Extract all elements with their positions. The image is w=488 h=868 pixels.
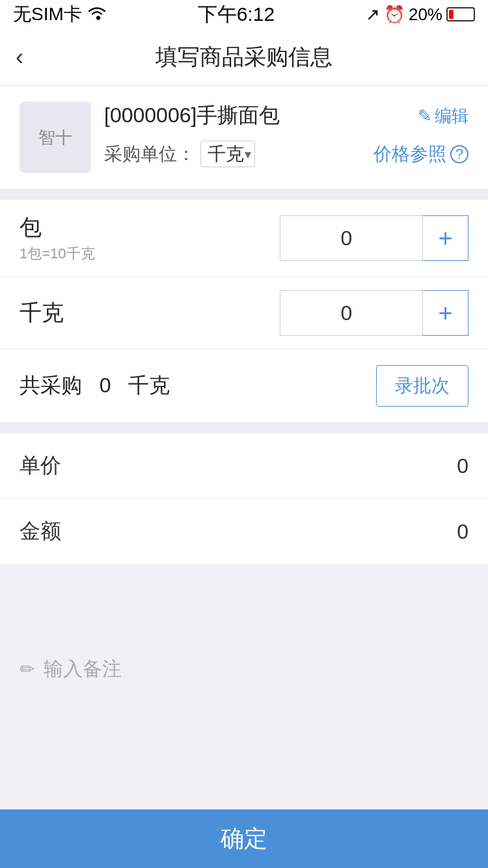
section-divider-2 [0, 423, 488, 433]
location-icon: ↗ [366, 5, 380, 25]
status-time: 下午6:12 [198, 1, 275, 28]
carrier-text: 无SIM卡 [13, 2, 82, 27]
unit-select[interactable]: 千克 [200, 141, 255, 167]
kg-qty-input[interactable] [280, 290, 423, 336]
bag-label-group: 包 1包=10千克 [20, 213, 98, 264]
product-header: [0000006]手撕面包 ✎ 编辑 [104, 102, 468, 130]
product-card: 智十 [0000006]手撕面包 ✎ 编辑 采购单位： 千克 价格参照 ? [0, 86, 488, 189]
product-name: [0000006]手撕面包 [104, 102, 280, 130]
bag-unit-hint: 1包=10千克 [20, 244, 98, 264]
section-divider-1 [0, 189, 488, 200]
total-unit: 千克 [128, 373, 170, 397]
unit-price-value: 0 [457, 454, 468, 478]
quantity-input-section: 包 1包=10千克 + 千克 + 共采购 0 千克 录批次 [0, 200, 488, 423]
status-bar: 无SIM卡 下午6:12 ↗ ⏰ 20% [0, 0, 488, 29]
remark-placeholder: 输入备注 [44, 656, 122, 683]
bag-qty-input[interactable] [280, 215, 423, 261]
price-reference-button[interactable]: 价格参照 ? [373, 142, 468, 167]
bag-label: 包 [20, 213, 98, 243]
amount-row: 金额 0 [0, 499, 488, 565]
kg-input-row: 千克 + [0, 277, 488, 349]
total-amount: 0 [100, 373, 111, 397]
total-label: 共采购 [20, 373, 82, 397]
bag-qty-wrap: + [108, 215, 468, 261]
bag-input-row: 包 1包=10千克 + [0, 200, 488, 277]
edit-button[interactable]: ✎ 编辑 [418, 105, 468, 128]
remark-section[interactable]: ✏ 输入备注 [0, 565, 488, 773]
kg-qty-wrap: + [108, 290, 468, 336]
kg-plus-button[interactable]: + [423, 290, 468, 336]
page-title: 填写商品采购信息 [156, 42, 332, 72]
status-right: ↗ ⏰ 20% [366, 5, 475, 25]
product-thumbnail: 智十 [20, 102, 91, 173]
unit-label: 采购单位： [104, 142, 195, 167]
edit-icon: ✎ [418, 106, 432, 126]
edit-label: 编辑 [435, 105, 468, 128]
amount-value: 0 [457, 520, 468, 544]
unit-select-wrap[interactable]: 千克 [195, 141, 255, 167]
wifi-icon [87, 4, 107, 25]
nav-bar: ‹ 填写商品采购信息 [0, 29, 488, 86]
total-row: 共采购 0 千克 录批次 [0, 349, 488, 423]
status-left: 无SIM卡 [13, 2, 107, 27]
battery-percent: 20% [409, 5, 442, 25]
kg-label: 千克 [20, 298, 98, 328]
batch-button[interactable]: 录批次 [376, 365, 468, 407]
unit-selector: 采购单位： 千克 [104, 141, 255, 167]
price-section: 单价 0 金额 0 [0, 433, 488, 565]
price-ref-label: 价格参照 [373, 142, 446, 167]
total-text: 共采购 0 千克 [20, 372, 170, 400]
product-info: [0000006]手撕面包 ✎ 编辑 采购单位： 千克 价格参照 ? [104, 102, 468, 167]
alarm-icon: ⏰ [384, 5, 405, 25]
bag-plus-button[interactable]: + [423, 215, 468, 261]
amount-label: 金额 [20, 517, 61, 546]
product-unit-row: 采购单位： 千克 价格参照 ? [104, 141, 468, 167]
unit-price-row: 单价 0 [0, 433, 488, 499]
price-ref-help-icon: ? [450, 145, 468, 163]
confirm-button[interactable]: 确定 [0, 809, 488, 868]
battery-icon [446, 7, 475, 21]
remark-icon: ✏ [20, 658, 34, 680]
back-button[interactable]: ‹ [16, 44, 23, 71]
kg-label-group: 千克 [20, 298, 98, 328]
unit-price-label: 单价 [20, 452, 61, 480]
